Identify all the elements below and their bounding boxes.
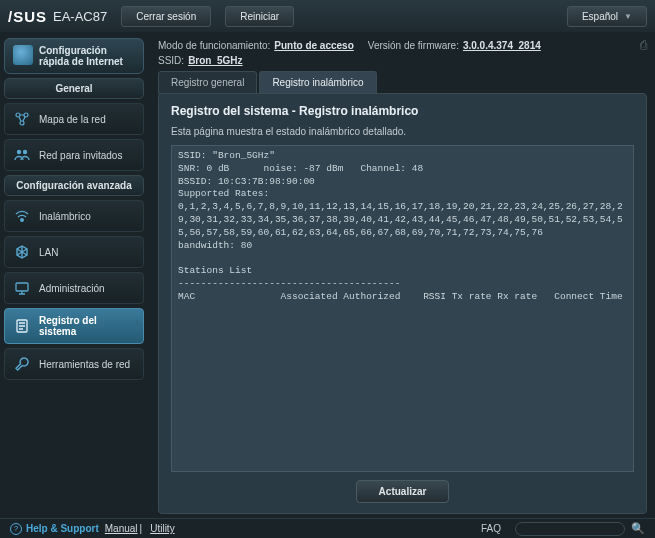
- model-name: EA-AC87: [53, 9, 107, 24]
- top-header: /SUS EA-AC87 Cerrar sesión Reiniciar Esp…: [0, 0, 655, 32]
- group-advanced: Configuración avanzada: [4, 175, 144, 196]
- group-general: General: [4, 78, 144, 99]
- utility-link[interactable]: Utility: [150, 523, 174, 534]
- manual-link[interactable]: Manual: [105, 523, 138, 534]
- status-line-1: Modo de funcionamiento: Punto de acceso …: [158, 36, 647, 53]
- nav-network-map[interactable]: Mapa de la red: [4, 103, 144, 135]
- svg-point-3: [17, 150, 21, 154]
- log-icon: [13, 317, 31, 335]
- nav-label: Inalámbrico: [39, 211, 91, 222]
- sidebar: Configuración rápida de Internet General…: [0, 32, 148, 518]
- help-label: Help & Support: [26, 523, 99, 534]
- lan-icon: [13, 243, 31, 261]
- chevron-down-icon: ▼: [624, 12, 632, 21]
- admin-icon: [13, 279, 31, 297]
- svg-point-0: [16, 113, 20, 117]
- search-input[interactable]: [515, 522, 625, 536]
- log-panel: Registro del sistema - Registro inalámbr…: [158, 93, 647, 514]
- nav-network-tools[interactable]: Herramientas de red: [4, 348, 144, 380]
- footer: ? Help & Support Manual | Utility FAQ 🔍: [0, 518, 655, 538]
- tools-icon: [13, 355, 31, 373]
- nav-system-log[interactable]: Registro del sistema: [4, 308, 144, 344]
- svg-point-4: [23, 150, 27, 154]
- panel-title: Registro del sistema - Registro inalámbr…: [171, 104, 634, 118]
- nav-label: Registro del sistema: [39, 315, 135, 337]
- nav-label: LAN: [39, 247, 58, 258]
- brand-logo: /SUS: [8, 8, 47, 25]
- nav-guest-network[interactable]: Red para invitados: [4, 139, 144, 171]
- nav-label: Mapa de la red: [39, 114, 106, 125]
- svg-point-5: [21, 219, 24, 222]
- fw-label: Versión de firmware:: [368, 40, 459, 51]
- tab-bar: Registro general Registro inalámbrico: [158, 71, 647, 94]
- mode-value[interactable]: Punto de acceso: [274, 40, 353, 51]
- nav-administration[interactable]: Administración: [4, 272, 144, 304]
- guest-icon: [13, 146, 31, 164]
- mode-label: Modo de funcionamiento:: [158, 40, 270, 51]
- faq-link[interactable]: FAQ: [481, 523, 501, 534]
- network-map-icon: [13, 110, 31, 128]
- svg-rect-6: [16, 283, 28, 291]
- language-label: Español: [582, 11, 618, 22]
- search-icon[interactable]: 🔍: [631, 522, 645, 535]
- help-icon: ?: [10, 523, 22, 535]
- nav-lan[interactable]: LAN: [4, 236, 144, 268]
- wireless-icon: [13, 207, 31, 225]
- panel-desc: Esta página muestra el estado inalámbric…: [171, 126, 634, 137]
- ssid-value[interactable]: Bron_5GHz: [188, 55, 242, 66]
- globe-icon: [13, 45, 33, 65]
- logout-button[interactable]: Cerrar sesión: [121, 6, 211, 27]
- language-selector[interactable]: Español ▼: [567, 6, 647, 27]
- tab-general-log[interactable]: Registro general: [158, 71, 257, 94]
- ssid-label: SSID:: [158, 55, 184, 66]
- main-content: Modo de funcionamiento: Punto de acceso …: [148, 32, 655, 518]
- nav-label: Herramientas de red: [39, 359, 130, 370]
- nav-label: Administración: [39, 283, 105, 294]
- log-output[interactable]: SSID: "Bron_5GHz" SNR: 0 dB noise: -87 d…: [171, 145, 634, 472]
- reboot-button[interactable]: Reiniciar: [225, 6, 294, 27]
- nav-label: Red para invitados: [39, 150, 122, 161]
- svg-point-2: [20, 121, 24, 125]
- quick-setup-label: Configuración rápida de Internet: [39, 45, 135, 67]
- status-line-2: SSID: Bron_5GHz: [158, 53, 647, 67]
- fw-value[interactable]: 3.0.0.4.374_2814: [463, 40, 541, 51]
- nav-wireless[interactable]: Inalámbrico: [4, 200, 144, 232]
- svg-point-1: [24, 113, 28, 117]
- printer-icon[interactable]: ⎙: [640, 38, 647, 52]
- refresh-button[interactable]: Actualizar: [356, 480, 450, 503]
- quick-setup-button[interactable]: Configuración rápida de Internet: [4, 38, 144, 74]
- tab-wireless-log[interactable]: Registro inalámbrico: [259, 71, 376, 94]
